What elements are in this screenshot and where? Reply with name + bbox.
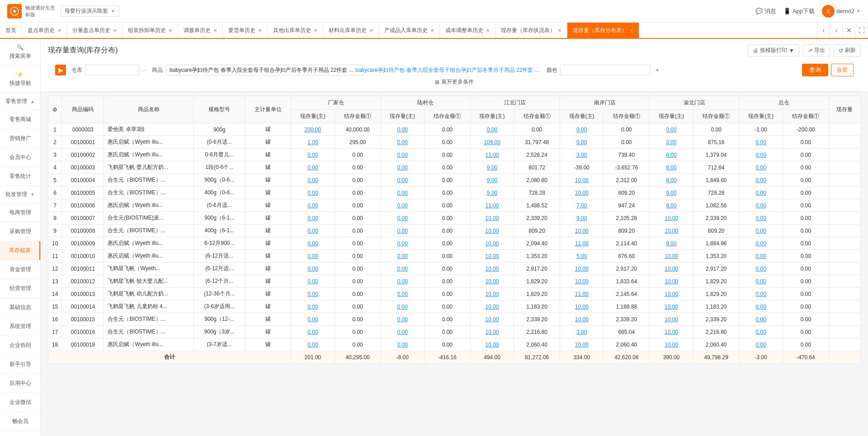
cell-total-qty[interactable]: 0.00 — [739, 136, 783, 149]
tab-5-close-icon[interactable]: ✕ — [258, 28, 262, 33]
cell-lc-qty[interactable]: 0.00 — [381, 275, 424, 288]
sidebar-item-ecommerce[interactable]: 电商管理 — [0, 203, 40, 222]
sidebar-item-system[interactable]: 系统管理 — [0, 317, 40, 336]
cell-total-qty[interactable]: -1.00 — [739, 123, 783, 136]
cell-na-qty[interactable]: 10.00 — [560, 263, 604, 275]
search-btn[interactable]: 查询 — [802, 64, 828, 76]
cell-jb-qty[interactable]: 9.00 — [470, 161, 514, 174]
sidebar-item-member[interactable]: 畅会员 — [0, 412, 40, 431]
app-download-btn[interactable]: 📱 App下载 — [783, 7, 815, 15]
cell-na-qty[interactable]: 10.00 — [560, 275, 604, 288]
cell-lc-qty[interactable]: 0.00 — [381, 250, 424, 263]
tab-home[interactable]: 首页 — [0, 23, 22, 38]
sidebar-item-wechat[interactable]: 企业微信 — [0, 393, 40, 412]
cell-cj-qty[interactable]: 0.00 — [291, 326, 335, 338]
cell-lc-qty[interactable]: 0.00 — [381, 212, 424, 225]
color-input[interactable] — [560, 65, 651, 75]
cell-total-qty[interactable]: 0.00 — [739, 212, 783, 225]
cell-yb-qty[interactable]: 9.00 — [650, 187, 693, 199]
cell-total-qty[interactable]: 0.00 — [739, 338, 783, 351]
cell-total-qty[interactable]: 0.00 — [739, 300, 783, 313]
cell-total-qty[interactable]: 0.00 — [739, 199, 783, 212]
cell-na-qty[interactable]: 10.00 — [560, 313, 604, 326]
cell-lc-qty[interactable]: 0.00 — [381, 161, 424, 174]
tab-7[interactable]: 材料出库单历史 ✕ — [323, 23, 379, 38]
cell-jb-qty[interactable]: 10.00 — [470, 338, 514, 351]
cell-na-qty[interactable]: 0.00 — [560, 136, 604, 149]
cell-cj-qty[interactable]: 0.00 — [291, 237, 335, 250]
sidebar-item-app-center[interactable]: 应用中心 — [0, 374, 40, 393]
sidebar-item-operations[interactable]: 经营管理 — [0, 279, 40, 298]
cell-lc-qty[interactable]: 0.00 — [381, 263, 424, 275]
cell-jb-qty[interactable]: 10.00 — [470, 326, 514, 338]
cell-yb-qty[interactable]: 0.00 — [650, 123, 693, 136]
filter-toggle-btn[interactable]: ▶ — [55, 65, 66, 75]
cell-jb-qty[interactable]: 10.00 — [470, 275, 514, 288]
cell-na-qty[interactable]: 10.00 — [560, 187, 604, 199]
cell-na-qty[interactable]: 9.00 — [560, 212, 604, 225]
tab-6-close-icon[interactable]: ✕ — [314, 28, 317, 33]
sidebar-search[interactable]: 🔍 搜索英单 — [0, 39, 40, 66]
cell-na-qty[interactable]: 10.00 — [560, 300, 604, 313]
sidebar-item-retail-mall[interactable]: 零售商城 — [0, 110, 40, 129]
tab-7-close-icon[interactable]: ✕ — [369, 28, 373, 33]
cell-yb-qty[interactable]: 10.00 — [650, 275, 693, 288]
message-btn[interactable]: 💬 消息 — [755, 7, 776, 15]
refresh-btn[interactable]: ↺ 刷新 — [834, 44, 861, 56]
tab-8-close-icon[interactable]: ✕ — [430, 28, 434, 33]
cell-yb-qty[interactable]: 10.00 — [650, 263, 693, 275]
cell-jb-qty[interactable]: 10.00 — [470, 263, 514, 275]
cell-yb-qty[interactable]: 10.00 — [650, 313, 693, 326]
cell-na-qty[interactable]: 11.00 — [560, 237, 604, 250]
cell-yb-qty[interactable]: 10.00 — [650, 288, 693, 300]
cell-cj-qty[interactable]: 0.00 — [291, 250, 335, 263]
cell-jb-qty[interactable]: 109.00 — [470, 136, 514, 149]
cell-jb-qty[interactable]: 9.00 — [470, 174, 514, 187]
cell-yb-qty[interactable]: 10.00 — [650, 250, 693, 263]
tab-4-close-icon[interactable]: ✕ — [213, 28, 217, 33]
cell-cj-qty[interactable]: 0.00 — [291, 199, 335, 212]
cell-na-qty[interactable]: 11.00 — [560, 288, 604, 300]
cell-cj-qty[interactable]: 0.00 — [291, 212, 335, 225]
user-menu[interactable]: E demo2 ▼ — [822, 5, 861, 18]
tab-2-close-icon[interactable]: ✕ — [113, 28, 117, 33]
cell-cj-qty[interactable]: 200.00 — [291, 123, 335, 136]
tab-3[interactable]: 组装拆卸单历史 ✕ — [123, 23, 178, 38]
cell-total-qty[interactable]: 0.00 — [739, 187, 783, 199]
cell-lc-qty[interactable]: 0.00 — [381, 174, 424, 187]
cell-yb-qty[interactable]: 10.00 — [650, 300, 693, 313]
cell-na-qty[interactable]: 7.00 — [560, 199, 604, 212]
sidebar-item-retail-management[interactable]: 零售管理 ▲ — [0, 93, 40, 110]
tab-10-close-icon[interactable]: ✕ — [558, 28, 561, 33]
cell-lc-qty[interactable]: 0.00 — [381, 288, 424, 300]
cell-yb-qty[interactable]: 10.00 — [650, 212, 693, 225]
cell-total-qty[interactable]: 0.00 — [739, 313, 783, 326]
cell-total-qty[interactable]: 0.00 — [739, 326, 783, 338]
tab-9-close-icon[interactable]: ✕ — [486, 28, 490, 33]
tab-prev-btn[interactable]: ‹ — [817, 23, 830, 38]
cell-na-qty[interactable]: -39.00 — [560, 161, 604, 174]
sidebar-item-collaboration[interactable]: 企业协同 — [0, 336, 40, 355]
cell-cj-qty[interactable]: 0.00 — [291, 275, 335, 288]
sidebar-item-purchase[interactable]: 采购管理 — [0, 222, 40, 241]
tab-next-btn[interactable]: › — [830, 23, 843, 38]
cell-lc-qty[interactable]: 0.00 — [381, 187, 424, 199]
cell-cj-qty[interactable]: 0.00 — [291, 288, 335, 300]
sidebar-item-guide[interactable]: 新手引导 — [0, 355, 40, 374]
goods-dots[interactable]: babycare孕妇待产包 春季入院全套母子组合孕妇产后冬季月子用品 22件套 … — [354, 66, 541, 74]
cell-lc-qty[interactable]: 0.00 — [381, 237, 424, 250]
cell-yb-qty[interactable]: 3.00 — [650, 136, 693, 149]
sidebar-item-inventory[interactable]: 库存核算 — [0, 241, 40, 260]
cell-cj-qty[interactable]: 0.00 — [291, 300, 335, 313]
cell-lc-qty[interactable]: 0.00 — [381, 136, 424, 149]
cell-cj-qty[interactable]: 0.00 — [291, 161, 335, 174]
cell-na-qty[interactable]: 3.00 — [560, 326, 604, 338]
cell-yb-qty[interactable]: 8.00 — [650, 199, 693, 212]
cell-jb-qty[interactable]: 10.00 — [470, 212, 514, 225]
expand-more-btn[interactable]: ⊞ 展开更多条件 — [55, 76, 854, 88]
tab-1[interactable]: 盘点单历史 ✕ — [22, 23, 67, 38]
cell-na-qty[interactable]: 5.00 — [560, 250, 604, 263]
cell-total-qty[interactable]: 0.00 — [739, 149, 783, 161]
sidebar-item-finance[interactable]: 资金管理 — [0, 260, 40, 279]
cell-jb-qty[interactable]: 9.00 — [470, 187, 514, 199]
